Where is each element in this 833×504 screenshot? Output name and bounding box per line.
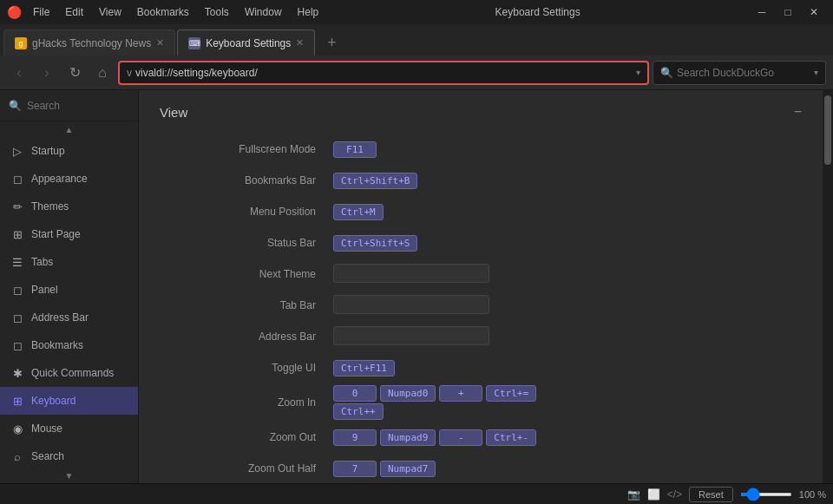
sidebar-item-address-bar[interactable]: ◻ Address Bar [0,304,138,331]
row-value-zoom-out-half[interactable]: 7 Numpad7 [333,453,802,483]
key-badge[interactable]: Ctrl+Shift+S [333,235,417,252]
row-value-zoom-out[interactable]: 9 Numpad9 - Ctrl+- [333,422,802,453]
window-icon[interactable]: ⬜ [647,488,660,501]
key-badge[interactable]: Ctrl+Shift+B [333,173,417,189]
bookmarks-icon: ◻ [10,338,24,352]
row-value-toggle-ui[interactable]: Ctrl+F11 [333,352,802,383]
quick-commands-icon: ✱ [10,366,24,380]
camera-icon[interactable]: 📷 [627,488,640,501]
menu-window[interactable]: Window [238,4,289,20]
sidebar-item-label-address-bar: Address Bar [31,311,89,324]
search-icon-sidebar: ⌕ [10,449,24,463]
tab-ghacks[interactable]: g gHacks Technology News ✕ [3,29,175,56]
scroll-thumb[interactable] [824,95,831,165]
key-badge[interactable]: Numpad7 [380,461,436,477]
row-value-tab-bar[interactable] [333,290,802,321]
key-badge[interactable]: F11 [333,141,377,158]
search-bar[interactable]: 🔍 ▾ [653,61,826,85]
sidebar-item-start-page[interactable]: ⊞ Start Page [0,220,138,248]
maximize-button[interactable]: □ [776,3,800,21]
table-row: Zoom Out 9 Numpad9 - Ctrl+- [160,422,802,453]
table-row: Fullscreen Mode F11 [160,134,802,165]
minimize-button[interactable]: ─ [750,3,774,21]
zoom-slider[interactable] [740,493,792,496]
reset-button[interactable]: Reset [689,487,733,502]
sidebar-item-panel[interactable]: ◻ Panel [0,276,138,304]
tab-close-ghacks[interactable]: ✕ [156,37,164,49]
key-badge[interactable]: - [439,429,482,446]
search-dropdown-icon[interactable]: ▾ [814,68,818,77]
menu-bookmarks[interactable]: Bookmarks [130,4,196,20]
key-badge[interactable]: Numpad0 [380,385,436,402]
table-row: Tab Bar [160,290,802,321]
search-input[interactable] [677,67,810,79]
sidebar-item-label-appearance: Appearance [31,173,88,185]
startup-icon: ▷ [10,144,24,158]
menu-bar: File Edit View Bookmarks Tools Window He… [26,4,325,20]
key-badge[interactable]: Ctrl+F11 [333,360,395,376]
row-value-fullscreen[interactable]: F11 [333,134,802,165]
row-value-bookmarks-bar[interactable]: Ctrl+Shift+B [333,165,802,196]
shortcut-box: 7 Numpad7 [333,461,436,477]
empty-shortcut[interactable] [333,326,489,345]
sidebar-item-tabs[interactable]: ☰ Tabs [0,248,138,276]
key-badge[interactable]: 9 [333,429,377,446]
sidebar-item-themes[interactable]: ✏ Themes [0,193,138,220]
section-collapse-button[interactable]: − [794,104,802,120]
address-dropdown-icon[interactable]: ▾ [636,68,640,77]
empty-shortcut[interactable] [333,295,489,314]
back-button[interactable]: ‹ [7,61,31,85]
row-value-next-theme[interactable] [333,259,802,290]
menu-file[interactable]: File [26,4,56,20]
sidebar-item-search[interactable]: ⌕ Search [0,442,138,468]
address-bar[interactable]: v ▾ [118,61,649,85]
reload-button[interactable]: ↻ [62,61,87,85]
row-value-menu-position[interactable]: Ctrl+M [333,196,802,227]
row-label-zoom-out: Zoom Out [160,422,333,453]
row-value-address-bar-setting[interactable] [333,321,802,352]
home-button[interactable]: ⌂ [90,61,115,85]
sidebar-item-bookmarks[interactable]: ◻ Bookmarks [0,331,138,359]
close-button[interactable]: ✕ [802,3,826,21]
key-badge[interactable]: Ctrl+- [486,429,536,446]
code-icon[interactable]: </> [667,488,682,501]
sidebar-search-input[interactable] [27,100,139,112]
forward-button[interactable]: › [35,61,59,85]
sidebar-item-keyboard[interactable]: ⊞ Keyboard [0,387,138,415]
sidebar-item-label-startup: Startup [31,145,65,157]
sidebar-scroll-down[interactable]: ▼ [0,468,138,483]
menu-view[interactable]: View [92,4,128,20]
status-bar: 📷 ⬜ </> Reset 100 % [0,483,833,504]
tab-label-ghacks: gHacks Technology News [32,37,151,49]
row-value-zoom-in[interactable]: 0 Numpad0 + Ctrl+= Ctrl++ [333,383,802,422]
row-label-bookmarks-bar: Bookmarks Bar [160,165,333,196]
sidebar-item-startup[interactable]: ▷ Startup [0,137,138,165]
key-badge[interactable]: Ctrl+M [333,204,384,220]
new-tab-button[interactable]: + [317,29,348,56]
menu-tools[interactable]: Tools [198,4,236,20]
key-badge[interactable]: 0 [333,385,377,402]
start-page-icon: ⊞ [10,227,24,241]
shortcut-box: Ctrl+Shift+B [333,173,417,189]
tab-keyboard[interactable]: ⌨ Keyboard Settings ✕ [177,29,315,56]
address-input[interactable] [135,67,633,79]
row-label-tab-bar: Tab Bar [160,290,333,321]
key-badge[interactable]: Ctrl++ [333,403,384,420]
tab-close-keyboard[interactable]: ✕ [296,37,304,49]
key-badge[interactable]: + [439,385,482,402]
sidebar-scroll-up[interactable]: ▲ [0,121,138,137]
scroll-track[interactable] [823,90,833,483]
sidebar-item-mouse[interactable]: ◉ Mouse [0,415,138,442]
sidebar-item-quick-commands[interactable]: ✱ Quick Commands [0,359,138,387]
empty-shortcut[interactable] [333,264,489,283]
menu-edit[interactable]: Edit [58,4,90,20]
menu-help[interactable]: Help [291,4,326,20]
key-badge[interactable]: Numpad9 [380,429,436,446]
sidebar-item-appearance[interactable]: ◻ Appearance [0,165,138,193]
table-row: Zoom Out Half 7 Numpad7 [160,453,802,483]
key-badge[interactable]: 7 [333,461,377,477]
sidebar-search[interactable]: 🔍 [0,90,138,121]
row-value-status-bar[interactable]: Ctrl+Shift+S [333,227,802,259]
panel-icon: ◻ [10,283,24,297]
key-badge[interactable]: Ctrl+= [486,385,536,402]
